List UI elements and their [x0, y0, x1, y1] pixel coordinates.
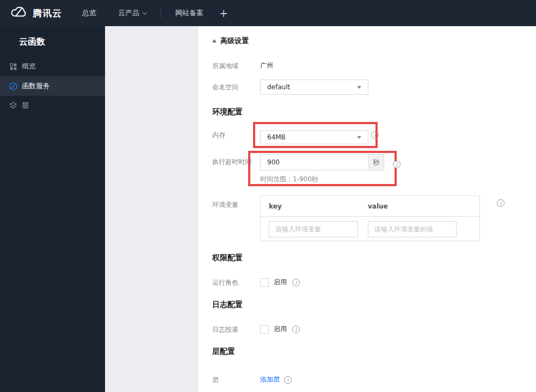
timeout-input-group: 秒: [260, 154, 384, 170]
log-delivery-label: 日志投递: [212, 326, 260, 333]
caret-down-icon: [357, 136, 361, 139]
sidebar-item-function-service[interactable]: 函数服务: [0, 76, 105, 96]
env-vars-row: 环境变量 key value i: [212, 195, 536, 241]
namespace-label: 命名空间: [212, 83, 260, 91]
memory-highlight-box: 64MB: [253, 122, 378, 148]
advanced-settings-toggle[interactable]: 高级设置: [212, 36, 536, 45]
layer-info-icon[interactable]: i: [284, 376, 292, 384]
namespace-row: 命名空间 default: [212, 79, 536, 95]
timeout-unit-addon: 秒: [369, 154, 384, 170]
sidebar-menu: 概览 函数服务 层: [0, 57, 105, 115]
region-label: 所属地域: [212, 62, 260, 70]
sidebar-item-label: 函数服务: [22, 81, 50, 91]
cloud-logo-icon: [10, 5, 28, 21]
namespace-select[interactable]: default: [260, 79, 368, 95]
run-role-checkbox[interactable]: [260, 278, 269, 287]
timeout-hint: 时间范围：1-900秒: [260, 175, 384, 183]
region-value: 广州: [260, 61, 273, 70]
sidebar-item-label: 层: [22, 101, 29, 111]
nav-add-button[interactable]: +: [219, 7, 228, 19]
layer-row: 层 添加层 i: [212, 375, 536, 384]
section-env-config: 环境配置: [212, 108, 536, 116]
run-role-row: 运行角色 启用 i: [212, 278, 536, 287]
settings-form: 高级设置 所属地域 广州 命名空间 default 环境配置 内存 64MB i…: [199, 26, 536, 392]
log-delivery-info-icon[interactable]: i: [292, 326, 300, 333]
timeout-highlight-box: 秒 时间范围：1-900秒 i: [248, 151, 397, 186]
run-role-info-icon[interactable]: i: [292, 279, 300, 286]
timeout-row: 执行超时时间 秒 时间范围：1-900秒 i: [212, 151, 536, 186]
advanced-settings-label: 高级设置: [220, 36, 249, 45]
sidebar: 云函数 概览 函数服务: [0, 26, 105, 392]
function-icon: [8, 81, 18, 91]
memory-info-icon[interactable]: i: [371, 131, 379, 139]
region-row: 所属地域 广州: [212, 61, 536, 70]
brand-name: 腾讯云: [33, 7, 62, 20]
env-key-input[interactable]: [269, 221, 358, 237]
top-navbar: 腾讯云 总览 云产品 网站备案 +: [0, 0, 536, 26]
log-delivery-row: 日志投递 启用 i: [212, 324, 536, 334]
env-value-input[interactable]: [368, 221, 457, 237]
nav-divider: [161, 8, 161, 18]
grid-icon: [8, 62, 18, 71]
timeout-input[interactable]: [260, 154, 369, 170]
log-delivery-enable-label: 启用: [274, 324, 287, 334]
env-key-column-header: key: [269, 203, 368, 211]
nav-item-website-filing[interactable]: 网站备案: [175, 8, 204, 18]
layer-label: 层: [212, 376, 260, 384]
log-delivery-checkbox[interactable]: [260, 325, 269, 334]
sidebar-item-layers[interactable]: 层: [0, 96, 105, 115]
run-role-enable-label: 启用: [274, 278, 287, 287]
nav-item-cloud-products[interactable]: 云产品: [118, 8, 146, 18]
sidebar-product-title: 云函数: [0, 26, 105, 47]
env-vars-table: key value: [260, 195, 480, 241]
env-vars-table-header: key value: [261, 196, 479, 217]
chevron-down-icon: [143, 10, 147, 14]
run-role-label: 运行角色: [212, 279, 260, 286]
collapse-arrow-icon: [212, 39, 217, 42]
secondary-panel: [105, 26, 199, 392]
memory-selected-value: 64MB: [267, 133, 286, 141]
env-value-column-header: value: [368, 203, 388, 211]
caret-down-icon: [357, 86, 361, 89]
memory-row: 内存 64MB i: [212, 122, 536, 148]
section-layer-config: 层配置: [212, 347, 536, 356]
sidebar-item-label: 概览: [22, 62, 36, 71]
add-layer-link[interactable]: 添加层: [260, 375, 280, 384]
namespace-selected-value: default: [267, 83, 290, 91]
env-vars-label: 环境变量: [212, 195, 260, 209]
env-vars-table-row: [261, 217, 479, 241]
section-perm-config: 权限配置: [212, 254, 536, 262]
env-vars-info-icon[interactable]: i: [497, 199, 504, 207]
memory-select[interactable]: 64MB: [260, 130, 368, 144]
nav-item-overview[interactable]: 总览: [82, 8, 96, 18]
timeout-info-icon[interactable]: i: [393, 161, 401, 168]
section-log-config: 日志配置: [212, 301, 536, 309]
tencent-cloud-logo[interactable]: 腾讯云: [10, 5, 62, 21]
sidebar-item-overview[interactable]: 概览: [0, 57, 105, 76]
layers-icon: [8, 101, 18, 111]
